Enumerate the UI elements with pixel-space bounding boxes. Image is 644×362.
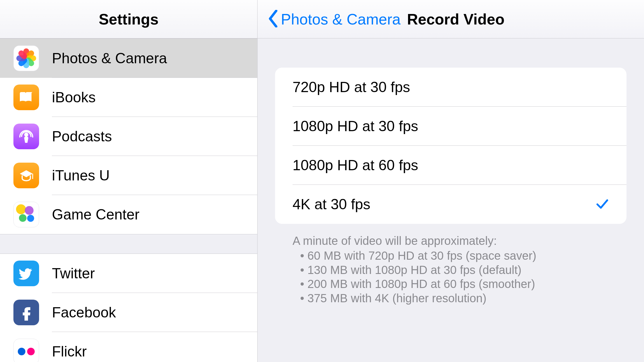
sidebar: Settings Photos & CameraiBooksPodcastsiT… — [0, 0, 258, 362]
video-option-label: 4K at 30 fps — [293, 196, 370, 213]
footer-line: • 200 MB with 1080p HD at 60 fps (smooth… — [293, 277, 609, 291]
sidebar-scroll[interactable]: Photos & CameraiBooksPodcastsiTunes UGam… — [0, 38, 257, 362]
option-group: 720p HD at 30 fps1080p HD at 30 fps1080p… — [275, 68, 626, 224]
flickr-icon — [13, 339, 39, 362]
sidebar-item-ibooks[interactable]: iBooks — [0, 78, 257, 117]
sidebar-item-twitter[interactable]: Twitter — [0, 254, 257, 293]
video-option-label: 1080p HD at 60 fps — [293, 157, 418, 174]
sidebar-item-label: Game Center — [52, 206, 139, 223]
sidebar-item-label: iTunes U — [52, 167, 110, 184]
back-button[interactable]: Photos & Camera — [267, 10, 400, 29]
sidebar-title: Settings — [99, 10, 158, 28]
back-label: Photos & Camera — [281, 10, 400, 28]
video-option-row[interactable]: 1080p HD at 30 fps — [275, 107, 626, 146]
sidebar-item-label: Facebook — [52, 304, 116, 321]
ibooks-icon — [13, 85, 39, 110]
sidebar-item-gamecenter[interactable]: Game Center — [0, 195, 257, 234]
footer-line: • 130 MB with 1080p HD at 30 fps (defaul… — [293, 263, 609, 277]
gamecenter-icon — [13, 202, 39, 227]
checkmark-icon — [595, 197, 609, 212]
facebook-icon — [13, 300, 39, 325]
sidebar-item-podcasts[interactable]: Podcasts — [0, 117, 257, 156]
video-option-row[interactable]: 1080p HD at 60 fps — [275, 146, 626, 185]
sidebar-item-label: Photos & Camera — [52, 50, 167, 67]
sidebar-header: Settings — [0, 0, 257, 38]
detail-header: Photos & Camera Record Video — [258, 0, 644, 38]
twitter-icon — [13, 261, 39, 286]
video-option-label: 720p HD at 30 fps — [293, 79, 410, 96]
sidebar-item-label: Flickr — [52, 343, 87, 360]
sidebar-item-label: Podcasts — [52, 128, 112, 145]
sidebar-item-flickr[interactable]: Flickr — [0, 332, 257, 362]
sidebar-item-itunesu[interactable]: iTunes U — [0, 156, 257, 195]
footer-note: A minute of video will be approximately:… — [275, 224, 626, 315]
svg-point-0 — [24, 133, 28, 137]
photos-icon — [13, 45, 39, 71]
footer-line: • 60 MB with 720p HD at 30 fps (space sa… — [293, 249, 609, 263]
sidebar-item-label: Twitter — [52, 265, 95, 282]
detail-pane: Photos & Camera Record Video 720p HD at … — [258, 0, 644, 362]
podcasts-icon — [13, 124, 39, 149]
sidebar-item-facebook[interactable]: Facebook — [0, 293, 257, 332]
detail-body: 720p HD at 30 fps1080p HD at 30 fps1080p… — [258, 38, 644, 362]
page-title: Record Video — [407, 10, 504, 28]
chevron-left-icon — [267, 10, 279, 29]
video-option-row[interactable]: 720p HD at 30 fps — [275, 68, 626, 107]
itunesu-icon — [13, 163, 39, 188]
footer-intro: A minute of video will be approximately: — [293, 234, 609, 248]
video-option-label: 1080p HD at 30 fps — [293, 118, 418, 135]
sidebar-item-photos-camera[interactable]: Photos & Camera — [0, 39, 257, 78]
footer-line: • 375 MB with 4K (higher resolution) — [293, 291, 609, 305]
video-option-row[interactable]: 4K at 30 fps — [275, 185, 626, 224]
sidebar-item-label: iBooks — [52, 89, 96, 106]
